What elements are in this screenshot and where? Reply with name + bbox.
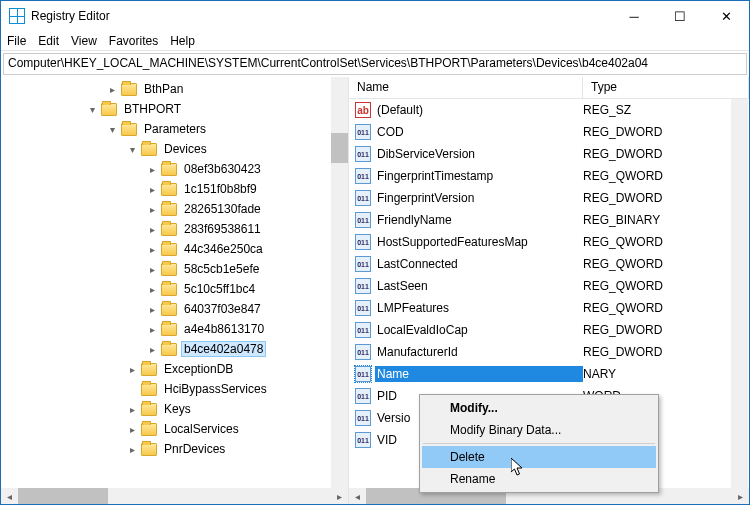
tree-item[interactable]: ▸ Keys [1, 399, 348, 419]
binary-value-icon: 011 [355, 366, 371, 382]
expander-icon[interactable]: ▾ [125, 142, 139, 156]
tree-item[interactable]: ▸ 64037f03e847 [1, 299, 348, 319]
menu-file[interactable]: File [7, 34, 26, 48]
expander-icon[interactable]: ▸ [145, 342, 159, 356]
value-name: LocalEvaldIoCap [375, 322, 583, 338]
folder-icon [161, 303, 177, 316]
context-modify-binary[interactable]: Modify Binary Data... [422, 419, 656, 441]
tree-item[interactable]: ▾ Parameters [1, 119, 348, 139]
value-type: REG_QWORD [583, 301, 663, 315]
expander-icon[interactable]: ▸ [125, 442, 139, 456]
menu-view[interactable]: View [71, 34, 97, 48]
menu-edit[interactable]: Edit [38, 34, 59, 48]
value-name: FriendlyName [375, 212, 583, 228]
column-name[interactable]: Name [349, 77, 583, 98]
binary-value-icon: 011 [355, 344, 371, 360]
value-type: REG_DWORD [583, 147, 662, 161]
tree-label: BTHPORT [121, 101, 184, 117]
expander-icon[interactable]: ▸ [145, 282, 159, 296]
folder-icon [141, 403, 157, 416]
context-delete[interactable]: Delete [422, 446, 656, 468]
tree-item[interactable]: ▸ ExceptionDB [1, 359, 348, 379]
tree-label: 58c5cb1e5efe [181, 261, 262, 277]
minimize-button[interactable]: ─ [611, 1, 657, 31]
expander-icon[interactable]: ▾ [105, 122, 119, 136]
value-row[interactable]: 011 HostSupportedFeaturesMap REG_QWORD [349, 231, 749, 253]
value-name: FingerprintVersion [375, 190, 583, 206]
tree-item[interactable]: ▸ 08ef3b630423 [1, 159, 348, 179]
value-row[interactable]: 011 COD REG_DWORD [349, 121, 749, 143]
expander-icon[interactable]: ▸ [125, 422, 139, 436]
tree-item[interactable]: ▸ 58c5cb1e5efe [1, 259, 348, 279]
value-row[interactable]: 011 LastSeen REG_QWORD [349, 275, 749, 297]
string-value-icon: ab [355, 102, 371, 118]
value-name: Name [375, 366, 583, 382]
expander-icon[interactable]: ▾ [85, 102, 99, 116]
menu-help[interactable]: Help [170, 34, 195, 48]
value-name: DibServiceVersion [375, 146, 583, 162]
context-modify[interactable]: Modify... [422, 397, 656, 419]
column-type[interactable]: Type [583, 77, 749, 98]
value-type: REG_QWORD [583, 257, 663, 271]
menu-bar: File Edit View Favorites Help [1, 31, 749, 51]
tree-item[interactable]: ▸ LocalServices [1, 419, 348, 439]
tree-item[interactable]: ▸ PnrDevices [1, 439, 348, 459]
expander-icon[interactable]: ▸ [125, 402, 139, 416]
value-row[interactable]: 011 LocalEvaldIoCap REG_DWORD [349, 319, 749, 341]
value-row[interactable]: 011 LastConnected REG_QWORD [349, 253, 749, 275]
list-scroll-left-icon[interactable]: ◂ [349, 488, 366, 505]
tree-item[interactable]: ▾ BTHPORT [1, 99, 348, 119]
value-row[interactable]: 011 FingerprintTimestamp REG_QWORD [349, 165, 749, 187]
context-separator [423, 443, 655, 444]
tree-label: Parameters [141, 121, 209, 137]
folder-icon [161, 243, 177, 256]
list-scroll-right-icon[interactable]: ▸ [732, 488, 749, 505]
tree-scroll-thumb[interactable] [331, 133, 348, 163]
tree-item[interactable]: ▸ 28265130fade [1, 199, 348, 219]
tree-item[interactable]: ▸ BthPan [1, 79, 348, 99]
folder-icon [121, 83, 137, 96]
value-row[interactable]: 011 ManufacturerId REG_DWORD [349, 341, 749, 363]
tree-item[interactable]: ▸ b4ce402a0478 [1, 339, 348, 359]
expander-icon[interactable] [125, 382, 139, 396]
folder-icon [161, 183, 177, 196]
value-type: REG_BINARY [583, 213, 660, 227]
tree-scroll-right-icon[interactable]: ▸ [331, 488, 348, 505]
expander-icon[interactable]: ▸ [125, 362, 139, 376]
tree-item[interactable]: HciBypassServices [1, 379, 348, 399]
value-row[interactable]: ab (Default) REG_SZ [349, 99, 749, 121]
context-rename[interactable]: Rename [422, 468, 656, 490]
maximize-button[interactable]: ☐ [657, 1, 703, 31]
expander-icon[interactable]: ▸ [105, 82, 119, 96]
value-row[interactable]: 011 FingerprintVersion REG_DWORD [349, 187, 749, 209]
tree-hscroll-thumb[interactable] [18, 488, 108, 505]
value-row[interactable]: 011 LMPFeatures REG_QWORD [349, 297, 749, 319]
binary-value-icon: 011 [355, 212, 371, 228]
binary-value-icon: 011 [355, 432, 371, 448]
value-type: REG_DWORD [583, 345, 662, 359]
close-button[interactable]: ✕ [703, 1, 749, 31]
tree-item[interactable]: ▾ Devices [1, 139, 348, 159]
expander-icon[interactable]: ▸ [145, 262, 159, 276]
tree-scroll-left-icon[interactable]: ◂ [1, 488, 18, 505]
folder-icon [141, 363, 157, 376]
tree-item[interactable]: ▸ 5c10c5ff1bc4 [1, 279, 348, 299]
expander-icon[interactable]: ▸ [145, 182, 159, 196]
expander-icon[interactable]: ▸ [145, 202, 159, 216]
expander-icon[interactable]: ▸ [145, 322, 159, 336]
tree-item[interactable]: ▸ 44c346e250ca [1, 239, 348, 259]
value-row[interactable]: 011 FriendlyName REG_BINARY [349, 209, 749, 231]
expander-icon[interactable]: ▸ [145, 162, 159, 176]
tree-item[interactable]: ▸ a4e4b8613170 [1, 319, 348, 339]
expander-icon[interactable]: ▸ [145, 242, 159, 256]
menu-favorites[interactable]: Favorites [109, 34, 158, 48]
expander-icon[interactable]: ▸ [145, 302, 159, 316]
expander-icon[interactable]: ▸ [145, 222, 159, 236]
value-row[interactable]: 011 DibServiceVersion REG_DWORD [349, 143, 749, 165]
address-bar[interactable]: Computer\HKEY_LOCAL_MACHINE\SYSTEM\Curre… [3, 53, 747, 75]
tree-item[interactable]: ▸ 1c151f0b8bf9 [1, 179, 348, 199]
list-vertical-scrollbar[interactable] [731, 99, 748, 488]
tree-label: ExceptionDB [161, 361, 236, 377]
tree-item[interactable]: ▸ 283f69538611 [1, 219, 348, 239]
value-row[interactable]: 011 Name NARY [349, 363, 749, 385]
